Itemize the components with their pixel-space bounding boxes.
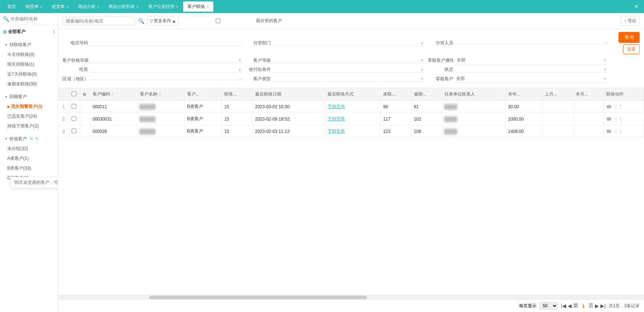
sidebar-item-churned[interactable]: 已流失客户(24) bbox=[0, 112, 58, 121]
filter-row-4: 区域（地区） ··· 客户类型 ∨ 零散客户 全部 ∨ bbox=[63, 75, 640, 83]
tab-sales-close[interactable]: × bbox=[40, 4, 42, 9]
scrollbar-thumb[interactable] bbox=[149, 296, 367, 299]
per-page-select[interactable]: 50 100 200 bbox=[539, 302, 558, 310]
edit-icon[interactable]: ✎ bbox=[35, 137, 39, 141]
today-contact-label: 今天待联络(0) bbox=[7, 52, 35, 58]
col-uncontacted: 未联... bbox=[381, 88, 412, 101]
sidebar-item-churn-warning[interactable]: 流失预警客户(3) bbox=[0, 102, 58, 112]
action-more-icon[interactable]: ⋮⋮ bbox=[614, 117, 623, 122]
churned-label: 已流失客户(24) bbox=[7, 113, 37, 119]
export-button[interactable]: ↑ 导出 bbox=[621, 16, 640, 26]
last-contact-method-header: 最后联络方式 bbox=[327, 92, 354, 97]
sidebar-item-declining[interactable]: 持续下滑客户(2) bbox=[0, 121, 58, 131]
tab-purchase[interactable]: 进货单 × bbox=[47, 1, 73, 12]
horizontal-scrollbar[interactable] bbox=[58, 295, 644, 299]
row-customer-name: █████ bbox=[137, 125, 185, 138]
action-contact-icon[interactable]: ☎ bbox=[606, 117, 612, 122]
payment-select[interactable]: ∨ bbox=[272, 67, 425, 73]
status-select[interactable]: ∨ bbox=[455, 67, 608, 73]
zero-customer-chevron-icon: ∨ bbox=[604, 77, 606, 81]
zero-customer-select[interactable]: 全部 ∨ bbox=[455, 75, 608, 83]
customer-type-select[interactable]: ∨ bbox=[272, 76, 425, 82]
sidebar-collapse-icon[interactable]: 《 bbox=[51, 29, 55, 35]
row-checkbox[interactable] bbox=[69, 125, 80, 138]
col-customer-code[interactable]: 客户编码 ⇅ bbox=[90, 88, 137, 101]
active-dot-icon bbox=[7, 106, 9, 108]
value-group[interactable]: ▼ 价值客户 ↻ ✎ bbox=[0, 134, 58, 144]
tab-analysis-list-close[interactable]: × bbox=[136, 4, 138, 9]
action-more-icon[interactable]: ⋮⋮ bbox=[614, 104, 623, 109]
price-level-select[interactable]: ∨ bbox=[90, 57, 242, 63]
row-last-contact-method[interactable]: 下销货单 bbox=[325, 125, 381, 138]
row-checkbox[interactable] bbox=[69, 113, 80, 125]
sidebar-item-7days-contact[interactable]: 近7天待联络(0) bbox=[0, 69, 58, 79]
tab-sales[interactable]: 销货单 × bbox=[21, 1, 47, 12]
risk-group[interactable]: ▼ 回顾客户 bbox=[0, 92, 58, 102]
zero-customer-value: 全部 bbox=[456, 76, 465, 82]
action-contact-icon[interactable]: ☎ bbox=[606, 104, 612, 109]
price-chevron-icon: ∨ bbox=[238, 58, 241, 62]
tab-customer-segment-close[interactable]: × bbox=[176, 4, 178, 9]
window-close-button[interactable]: × bbox=[631, 3, 641, 11]
region-select[interactable] bbox=[90, 78, 237, 80]
tab-customer-contact[interactable]: 客户联络 × bbox=[183, 1, 213, 12]
row-num: 3 bbox=[58, 125, 69, 138]
row-unit-contact: ████ bbox=[442, 101, 506, 113]
sidebar-item-today-contact[interactable]: 今天待联络(0) bbox=[0, 50, 58, 60]
select-all-checkbox[interactable] bbox=[72, 92, 76, 96]
sidebar-item-ungrouped[interactable]: 未分组(32) bbox=[0, 144, 58, 154]
row-uncontacted: 117 bbox=[381, 113, 412, 125]
query-button[interactable]: 查询 bbox=[619, 32, 640, 43]
filter-search-icon[interactable]: 🔍 bbox=[138, 18, 144, 24]
first-page-icon[interactable]: |◀ bbox=[561, 303, 566, 309]
tab-analysis-close[interactable]: × bbox=[97, 4, 99, 9]
pagination-bar: 每页显示 50 100 200 |◀ ◀ 第 1 页 ▶ ▶| 共1页，3条记录 bbox=[58, 299, 644, 312]
tab-home[interactable]: 首页 bbox=[3, 1, 20, 12]
manager-dots-icon[interactable]: ··· bbox=[604, 41, 608, 46]
action-contact-icon[interactable]: ☎ bbox=[606, 129, 612, 134]
tab-customer-segment[interactable]: 客户分层经营 × bbox=[144, 1, 182, 12]
settings-button[interactable]: 设置 bbox=[623, 44, 640, 54]
sidebar: 🔍 ⊞ 全部客户 《 ▼ 待联络客户 今天待联络(0) 明天待联络(1) 近7天… bbox=[0, 13, 58, 312]
action-more-icon[interactable]: ⋮⋮ bbox=[614, 129, 623, 134]
dept-select[interactable]: ∨ bbox=[272, 40, 425, 46]
row-last-contact-method[interactable]: 下销货单 bbox=[325, 101, 381, 113]
sidebar-item-tomorrow-contact[interactable]: 明天待联络(1) bbox=[0, 60, 58, 69]
row-last-contact-method[interactable]: 下销货单 bbox=[325, 113, 381, 125]
customer-level-select[interactable]: ∨ bbox=[272, 57, 425, 63]
more-conditions-button[interactable]: ▽ 更多条件 ▲ bbox=[147, 16, 179, 26]
row-action: ☎ ⋮⋮ bbox=[604, 113, 644, 125]
last-month-header: 上月... bbox=[545, 92, 557, 97]
row-action: ☎ ⋮⋮ bbox=[604, 125, 644, 138]
next-page-icon[interactable]: ▶ bbox=[595, 303, 599, 309]
sidebar-item-overdue-contact[interactable]: 逾期未联络(30) bbox=[0, 79, 58, 89]
sidebar-item-b-class[interactable]: B类客户(33) bbox=[0, 163, 58, 173]
sidebar-search-input[interactable] bbox=[11, 16, 58, 21]
zero-attr-select[interactable]: 全部 ∨ bbox=[455, 56, 608, 64]
gender-select[interactable]: ∨ bbox=[89, 67, 242, 73]
region-dots-icon[interactable]: ··· bbox=[239, 76, 242, 81]
tab-analysis-list[interactable]: 商品分析列表 × bbox=[104, 1, 143, 12]
tab-purchase-close[interactable]: × bbox=[66, 4, 68, 9]
row-checkbox[interactable] bbox=[69, 101, 80, 113]
last-page-icon[interactable]: ▶| bbox=[600, 303, 606, 309]
total-info: 共1页，3条记录 bbox=[609, 303, 640, 309]
tab-customer-contact-close[interactable]: × bbox=[206, 4, 209, 9]
pending-contact-group[interactable]: ▼ 待联络客户 bbox=[0, 40, 58, 50]
prev-page-icon[interactable]: ◀ bbox=[568, 303, 572, 309]
row-unit-contact: ████ bbox=[442, 113, 506, 125]
sidebar-all-customers-header[interactable]: ⊞ 全部客户 《 bbox=[0, 27, 58, 37]
row-spacer bbox=[80, 113, 90, 125]
col-settings[interactable]: ⚙ bbox=[80, 88, 90, 101]
sidebar-item-a-class[interactable]: A类客户(1) bbox=[0, 154, 58, 163]
search-input[interactable] bbox=[63, 17, 135, 25]
export-label: 导出 bbox=[628, 18, 636, 24]
phone-input[interactable] bbox=[89, 40, 242, 46]
col-num bbox=[58, 88, 69, 101]
manager-select[interactable] bbox=[455, 42, 603, 44]
tab-analysis[interactable]: 商品分析 × bbox=[74, 1, 104, 12]
my-customers-checkbox-area[interactable]: 我分管的客户 bbox=[182, 18, 282, 24]
col-customer-name[interactable]: 客户名称 ⇅ bbox=[137, 88, 185, 101]
my-customers-checkbox[interactable] bbox=[182, 19, 254, 23]
refresh-icon[interactable]: ↻ bbox=[30, 137, 33, 141]
